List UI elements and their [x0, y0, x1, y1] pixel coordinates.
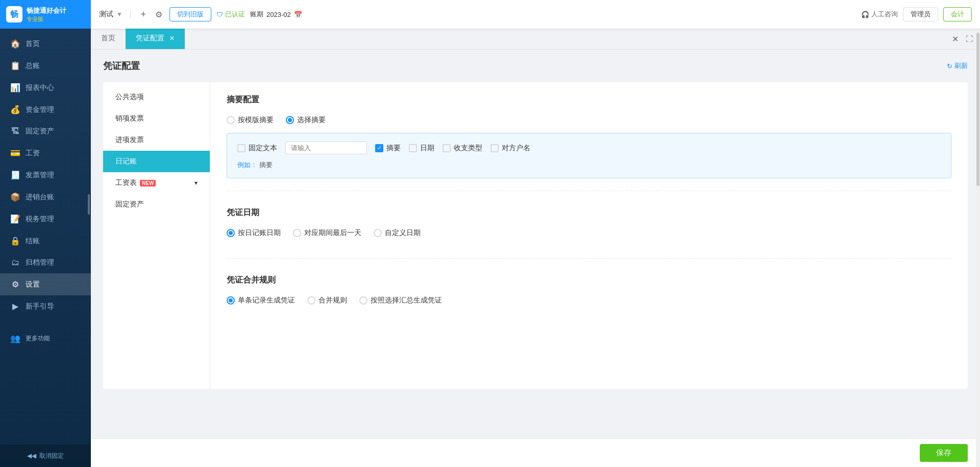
summary-section-title: 摘要配置 [227, 95, 951, 105]
tab-close-btn[interactable]: ✕ [169, 35, 175, 42]
assets-icon: 🏗 [10, 127, 20, 136]
sidebar-item-assets[interactable]: 🏗 固定资产 [0, 121, 91, 142]
nav-purchase-invoice[interactable]: 进项发票 [103, 129, 210, 151]
sidebar-item-archive[interactable]: 🗂 归档管理 [0, 252, 91, 273]
ledger-icon: 📋 [10, 61, 20, 71]
sidebar-item-funds[interactable]: 💰 资金管理 [0, 99, 91, 121]
page-content: 凭证配置 ↻ 刷新 公共选项 销项发票 进项发票 日记账 [91, 50, 980, 438]
radio-template-summary[interactable]: 按模版摘要 [227, 115, 274, 125]
logo-icon: 畅 [6, 6, 22, 22]
date-section-title: 凭证日期 [227, 207, 951, 218]
refresh-icon: ↻ [947, 62, 952, 70]
date-radio-group: 按日记账日期 对应期间最后一天 自定义日期 [227, 228, 951, 238]
tab-bar: 首页 凭证配置 ✕ ✕ ⛶ [91, 29, 980, 50]
topbar: 测试 ▼ | + ⚙ 切到旧版 🛡 已认证 账期 2023-02 📅 🎧 人工咨… [91, 0, 980, 29]
topbar-support[interactable]: 🎧 人工咨询 [861, 10, 898, 19]
sidebar: 畅 畅捷通好会计 专业版 🏠 首页 📋 总账 📊 报表中心 💰 资金管理 🏗 固… [0, 0, 91, 467]
select-merge-circle [359, 296, 368, 305]
custom-date-circle [374, 229, 382, 237]
date-checkbox [409, 144, 417, 152]
tab-right-controls: ✕ ⛶ [950, 32, 975, 46]
sidebar-item-tax[interactable]: 📝 税务管理 [0, 208, 91, 230]
sidebar-item-purchase-sale[interactable]: 📦 进销台账 [0, 186, 91, 208]
journal-date-circle [227, 229, 235, 237]
tab-close-window-btn[interactable]: ✕ [950, 32, 961, 46]
topbar-role-btn[interactable]: 会计 [943, 7, 972, 21]
radio-merge-rule[interactable]: 合并规则 [307, 296, 347, 305]
guide-icon: ▶ [10, 301, 20, 311]
radio-single[interactable]: 单条记录生成凭证 [227, 296, 295, 305]
sidebar-item-settings[interactable]: ⚙ 设置 [0, 273, 91, 295]
calendar-icon[interactable]: 📅 [294, 11, 302, 18]
radio-select-merge[interactable]: 按照选择汇总生成凭证 [359, 296, 442, 305]
nav-payroll-table[interactable]: 工资表 NEW ▾ [103, 172, 210, 194]
save-btn[interactable]: 保存 [920, 444, 968, 462]
sidebar-item-payroll[interactable]: 💳 工资 [0, 142, 91, 164]
sidebar-item-home[interactable]: 🏠 首页 [0, 33, 91, 55]
chevron-down-icon: ▼ [116, 11, 122, 18]
single-circle [227, 296, 235, 305]
merge-radio-group: 单条记录生成凭证 合并规则 按照选择汇总生成凭证 [227, 296, 951, 305]
pin-icon: ◀◀ [27, 452, 36, 459]
headset-icon: 🎧 [861, 11, 869, 18]
income-type-checkbox [443, 144, 451, 152]
tab-home[interactable]: 首页 [91, 29, 126, 49]
nav-sales-invoice[interactable]: 销项发票 [103, 108, 210, 129]
new-badge: NEW [140, 180, 156, 186]
checkbox-income-type[interactable]: 收支类型 [443, 144, 482, 153]
tab-expand-btn[interactable]: ⛶ [964, 33, 975, 45]
radio-journal-date[interactable]: 按日记账日期 [227, 228, 281, 238]
sidebar-item-close[interactable]: 🔒 结账 [0, 230, 91, 252]
purchase-sale-icon: 📦 [10, 192, 20, 202]
topbar-old-version-btn[interactable]: 切到旧版 [169, 7, 211, 21]
topbar-period: 账期 2023-02 📅 [250, 10, 302, 19]
period-last-circle [293, 229, 301, 237]
date-section: 凭证日期 按日记账日期 对应期间最后一天 自定义日期 [227, 207, 951, 259]
page-header: 凭证配置 ↻ 刷新 [103, 60, 968, 72]
sidebar-logo: 畅 畅捷通好会计 专业版 [0, 0, 91, 29]
example-row: 例如： 摘要 [237, 160, 941, 170]
main-scrollbar [976, 29, 980, 467]
nav-journal[interactable]: 日记账 [103, 151, 210, 172]
checkbox-summary[interactable]: 摘要 [375, 144, 401, 153]
summary-config-box: 固定文本 摘要 日期 [227, 133, 951, 178]
topbar-settings-btn[interactable]: ⚙ [153, 8, 164, 21]
fixed-text-input[interactable] [285, 142, 367, 154]
radio-period-last[interactable]: 对应期间最后一天 [293, 228, 361, 238]
fixed-text-checkbox [237, 144, 246, 152]
refresh-btn[interactable]: ↻ 刷新 [947, 61, 968, 71]
topbar-add-btn[interactable]: + [139, 7, 149, 22]
tab-voucher-config[interactable]: 凭证配置 ✕ [126, 29, 185, 49]
nav-public[interactable]: 公共选项 [103, 86, 210, 108]
nav-fixed-assets[interactable]: 固定资产 [103, 194, 210, 215]
summary-radio-group: 按模版摘要 选择摘要 [227, 115, 951, 125]
sidebar-pin-toggle[interactable]: ◀◀ 取消固定 [0, 445, 91, 467]
page-title: 凭证配置 [103, 60, 140, 72]
sidebar-item-reports[interactable]: 📊 报表中心 [0, 77, 91, 99]
main-scroll-thumb [976, 33, 979, 186]
more-icon: 👥 [10, 334, 20, 343]
checkbox-counterpart[interactable]: 对方户名 [491, 144, 530, 153]
radio-custom-date[interactable]: 自定义日期 [374, 228, 421, 238]
shield-icon: 🛡 [216, 11, 223, 18]
topbar-project[interactable]: 测试 ▼ [99, 10, 122, 19]
funds-icon: 💰 [10, 105, 20, 114]
topbar-user-btn[interactable]: 管理员 [903, 7, 938, 21]
counterpart-checkbox [491, 144, 499, 152]
sidebar-item-invoice[interactable]: 🧾 发票管理 [0, 164, 91, 186]
checkbox-date[interactable]: 日期 [409, 144, 434, 153]
merge-section-title: 凭证合并规则 [227, 275, 951, 286]
radio-template-circle [227, 116, 235, 124]
tax-icon: 📝 [10, 214, 20, 224]
sidebar-item-guide[interactable]: ▶ 新手引导 [0, 295, 91, 317]
payroll-icon: 💳 [10, 148, 20, 158]
checkbox-fixed-text[interactable]: 固定文本 [237, 144, 277, 153]
content-layout: 公共选项 销项发票 进项发票 日记账 工资表 NEW ▾ 固定资产 [103, 82, 968, 389]
radio-select-summary[interactable]: 选择摘要 [286, 115, 326, 125]
sidebar-item-more[interactable]: 👥 更多功能 [0, 328, 91, 349]
merge-rule-circle [307, 296, 315, 305]
topbar-certified: 🛡 已认证 [216, 10, 245, 19]
sidebar-item-ledger[interactable]: 📋 总账 [0, 55, 91, 77]
close-period-icon: 🔒 [10, 236, 20, 246]
sidebar-nav: 🏠 首页 📋 总账 📊 报表中心 💰 资金管理 🏗 固定资产 💳 工资 🧾 发票… [0, 29, 91, 445]
